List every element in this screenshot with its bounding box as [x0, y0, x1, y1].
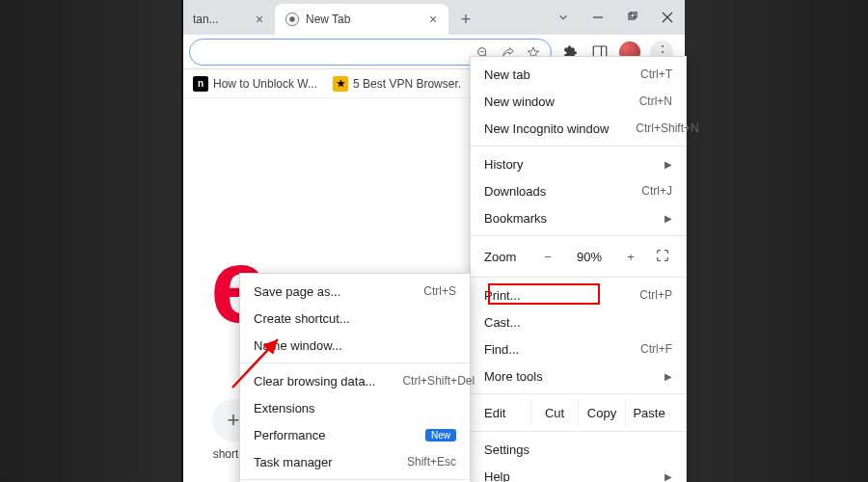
new-tab-button[interactable]: +	[452, 6, 479, 33]
favicon-icon: n	[193, 76, 208, 92]
zoom-out-button[interactable]: −	[537, 250, 558, 264]
svg-rect-3	[629, 13, 635, 19]
bookmark-item[interactable]: ★ 5 Best VPN Browser.	[329, 74, 465, 94]
submenu-item-save-page[interactable]: Save page as...Ctrl+S	[240, 278, 470, 305]
chevron-right-icon: ▶	[665, 371, 672, 382]
tab-label: New Tab	[306, 13, 350, 26]
close-window-button[interactable]	[650, 0, 685, 35]
bookmark-item[interactable]: n How to Unblock W...	[189, 74, 321, 94]
bookmark-label: How to Unblock W...	[213, 77, 317, 91]
edit-label: Edit	[484, 406, 530, 420]
menu-edit-row: Edit Cut Copy Paste	[471, 398, 686, 427]
submenu-item-extensions[interactable]: Extensions	[240, 394, 470, 421]
tab-strip: tan... × New Tab × +	[183, 0, 685, 35]
menu-zoom-row: Zoom − 90% +	[471, 240, 686, 273]
close-icon[interactable]: ×	[425, 12, 441, 27]
window-controls	[546, 0, 685, 35]
chrome-main-menu: New tabCtrl+T New windowCtrl+N New Incog…	[470, 56, 687, 482]
menu-item-more-tools[interactable]: More tools▶	[471, 362, 686, 389]
maximize-button[interactable]	[615, 0, 650, 35]
copy-button[interactable]: Copy	[578, 398, 625, 427]
menu-item-history[interactable]: History▶	[471, 150, 686, 177]
photo-border-left	[0, 0, 183, 482]
menu-item-help[interactable]: Help▶	[471, 463, 686, 482]
cut-button[interactable]: Cut	[530, 398, 578, 427]
more-tools-submenu: Save page as...Ctrl+S Create shortcut...…	[239, 273, 471, 482]
submenu-item-create-shortcut[interactable]: Create shortcut...	[240, 305, 470, 332]
svg-rect-4	[631, 12, 637, 17]
submenu-item-name-window[interactable]: Name window...	[240, 332, 470, 359]
bookmark-label: 5 Best VPN Browser.	[353, 77, 461, 91]
menu-item-new-window[interactable]: New windowCtrl+N	[471, 88, 686, 115]
tab-search-button[interactable]	[546, 0, 581, 35]
menu-item-new-incognito[interactable]: New Incognito windowCtrl+Shift+N	[471, 115, 686, 142]
favicon-icon: ★	[333, 76, 348, 92]
submenu-item-clear-browsing-data[interactable]: Clear browsing data...Ctrl+Shift+Del	[240, 367, 470, 394]
menu-item-new-tab[interactable]: New tabCtrl+T	[471, 61, 686, 88]
chevron-right-icon: ▶	[665, 159, 672, 170]
tab-label: tan...	[193, 13, 219, 26]
submenu-item-task-manager[interactable]: Task managerShift+Esc	[240, 448, 470, 475]
tab-active[interactable]: New Tab ×	[275, 4, 448, 35]
svg-point-1	[289, 16, 294, 21]
menu-item-cast[interactable]: Cast...	[471, 308, 686, 335]
tab-inactive[interactable]: tan... ×	[183, 4, 275, 35]
minimize-button[interactable]	[581, 0, 615, 35]
submenu-item-performance[interactable]: PerformanceNew	[240, 421, 470, 448]
chrome-icon	[285, 12, 300, 27]
zoom-value: 90%	[572, 250, 607, 264]
menu-item-downloads[interactable]: DownloadsCtrl+J	[471, 177, 686, 204]
photo-border-right	[685, 0, 868, 482]
menu-item-settings[interactable]: Settings	[471, 436, 686, 463]
menu-item-print[interactable]: Print...Ctrl+P	[471, 281, 686, 308]
zoom-in-button[interactable]: +	[620, 250, 641, 264]
fullscreen-icon[interactable]	[655, 248, 672, 265]
menu-item-bookmarks[interactable]: Bookmarks▶	[471, 204, 686, 231]
paste-button[interactable]: Paste	[625, 398, 672, 427]
zoom-label: Zoom	[484, 250, 524, 264]
chevron-right-icon: ▶	[665, 213, 672, 224]
close-icon[interactable]: ×	[252, 12, 267, 27]
menu-item-find[interactable]: Find...Ctrl+F	[471, 335, 686, 362]
new-badge: New	[425, 429, 456, 442]
chevron-right-icon: ▶	[665, 471, 672, 482]
